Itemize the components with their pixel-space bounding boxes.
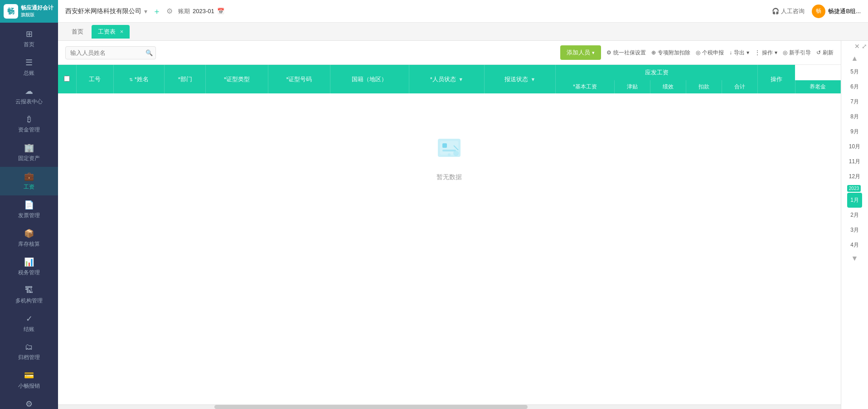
invoice-icon: 📄 (24, 200, 34, 210)
month-item-1[interactable]: 1月 (847, 193, 862, 208)
month-item-11[interactable]: 11月 (847, 154, 862, 169)
closing-icon: ✓ (26, 314, 33, 324)
content-area: 🔍 添加人员 ▾ ⚙ 统一社保设置 ⊕ 专项附加扣除 (58, 41, 868, 409)
ledger-icon: ☰ (25, 58, 33, 68)
close-panel-button[interactable]: ✕ (854, 43, 860, 50)
special-deduction-label: 专项附加扣除 (658, 49, 690, 57)
sidebar-label-general-ledger: 总账 (24, 69, 34, 77)
report-status-filter-icon[interactable]: ▼ (531, 77, 536, 82)
topbar-left: 西安虾米网络科技有限公司 ▾ ＋ ⚙ 账期 2023-01 📅 (65, 6, 224, 17)
toolbar-right: 添加人员 ▾ ⚙ 统一社保设置 ⊕ 专项附加扣除 ◎ 个税申报 (560, 45, 834, 60)
th-name: ⇅ *姓名 (114, 65, 165, 93)
sidebar-item-tax[interactable]: 📊 税务管理 (0, 253, 58, 281)
calendar-icon[interactable]: 📅 (217, 8, 224, 15)
month-prev-button[interactable]: ▲ (847, 53, 862, 64)
month-next-button[interactable]: ▼ (847, 253, 862, 264)
year-badge-2023: 2023 (847, 185, 861, 192)
sort-icon: ⇅ (129, 77, 133, 82)
toolbar-left: 🔍 (65, 46, 156, 59)
export-icon: ↓ (729, 49, 732, 56)
logo-icon: 畅 (4, 4, 18, 19)
tab-close-icon[interactable]: × (120, 28, 124, 35)
month-item-5[interactable]: 5月 (847, 64, 862, 79)
user-menu[interactable]: 畅 畅捷通B组... (812, 5, 861, 18)
sidebar-item-fixed-assets[interactable]: 🏢 固定资产 (0, 138, 58, 167)
sidebar-label-tax: 税务管理 (18, 269, 40, 277)
month-item-2[interactable]: 2月 (847, 208, 862, 223)
add-person-button[interactable]: 添加人员 ▾ (560, 45, 601, 60)
operation-button[interactable]: ⋮ 操作 ▾ (755, 49, 777, 57)
sidebar-label-cloud-report: 云报表中心 (15, 98, 43, 106)
company-settings-icon[interactable]: ⚙ (166, 7, 173, 15)
table-scrollbar[interactable] (58, 404, 841, 409)
select-all-checkbox[interactable] (64, 76, 70, 82)
guide-button[interactable]: ◎ 新手引导 (783, 49, 811, 57)
sidebar-item-general-ledger[interactable]: ☰ 总账 (0, 53, 58, 82)
th-ops: 操作 (758, 65, 795, 93)
scrollbar-thumb[interactable] (214, 405, 528, 409)
empty-icon (431, 130, 467, 166)
export-button[interactable]: ↓ 导出 ▾ (729, 49, 749, 57)
refresh-button[interactable]: ↺ 刷新 (816, 49, 834, 57)
sidebar-item-multi-org[interactable]: 🏗 多机构管理 (0, 281, 58, 309)
add-company-button[interactable]: ＋ (153, 6, 161, 17)
sidebar-label-payroll: 工资 (24, 183, 34, 191)
sidebar-label-home: 首页 (24, 41, 34, 49)
search-icon: 🔍 (145, 49, 153, 56)
special-deduction-button[interactable]: ⊕ 专项附加扣除 (651, 49, 690, 57)
sidebar-item-archive[interactable]: 🗂 归档管理 (0, 338, 58, 366)
th-report-status: 报送状态 ▼ (485, 65, 556, 93)
tax-icon: 📊 (24, 257, 34, 267)
sidebar-item-inventory[interactable]: 📦 库存核算 (0, 224, 58, 253)
month-item-9[interactable]: 9月 (847, 124, 862, 139)
add-person-chevron-icon: ▾ (592, 50, 595, 56)
inventory-icon: 📦 (24, 229, 34, 239)
month-item-3[interactable]: 3月 (847, 223, 862, 238)
month-picker-panel: ✕ ⤢ ▲ 5月 6月 7月 8月 9月 10月 11月 12月 2023 1月… (841, 41, 868, 409)
payroll-icon: 💼 (24, 171, 34, 181)
sidebar-item-cloud-report[interactable]: ☁ 云报表中心 (0, 82, 58, 110)
sidebar-item-invoice[interactable]: 📄 发票管理 (0, 195, 58, 224)
customer-service-button[interactable]: 🎧 人工咨询 (772, 7, 805, 15)
tab-home[interactable]: 首页 (65, 25, 90, 39)
th-dept: *部门 (164, 65, 205, 93)
main-content: 西安虾米网络科技有限公司 ▾ ＋ ⚙ 账期 2023-01 📅 🎧 人工咨询 畅… (58, 0, 868, 409)
month-item-6[interactable]: 6月 (847, 79, 862, 94)
sidebar-item-fund[interactable]: ₿ 资金管理 (0, 110, 58, 138)
expand-panel-button[interactable]: ⤢ (862, 43, 867, 50)
month-item-7[interactable]: 7月 (847, 94, 862, 109)
sidebar-item-payroll[interactable]: 💼 工资 (0, 167, 58, 195)
add-person-label: 添加人员 (567, 49, 590, 57)
social-security-button[interactable]: ⚙ 统一社保设置 (606, 49, 646, 57)
th-base-salary: *基本工资 (556, 80, 614, 93)
empty-state-cell: 暂无数据 (58, 93, 841, 218)
sidebar-item-home[interactable]: ⊞ 首页 (0, 24, 58, 53)
guide-icon: ◎ (783, 49, 787, 56)
headset-icon: 🎧 (772, 8, 779, 15)
sidebar-item-closing[interactable]: ✓ 结账 (0, 309, 58, 338)
month-item-12[interactable]: 12月 (847, 169, 862, 184)
svg-point-6 (448, 153, 451, 156)
sidebar-label-fixed-assets: 固定资产 (18, 155, 40, 162)
refresh-label: 刷新 (823, 49, 834, 57)
person-status-filter-icon[interactable]: ▼ (458, 77, 463, 82)
toolbar: 🔍 添加人员 ▾ ⚙ 统一社保设置 ⊕ 专项附加扣除 (58, 41, 841, 65)
month-item-8[interactable]: 8月 (847, 109, 862, 124)
personal-tax-button[interactable]: ◎ 个税申报 (696, 49, 724, 57)
sidebar-label-archive: 归档管理 (18, 354, 40, 361)
service-label: 人工咨询 (781, 7, 805, 15)
month-item-10[interactable]: 10月 (847, 139, 862, 154)
th-cert-type: *证型类型 (206, 65, 268, 93)
personal-tax-label: 个税申报 (702, 49, 724, 57)
tab-payroll-table[interactable]: 工资表 × (92, 25, 130, 39)
sidebar-item-expense[interactable]: 💳 小畅报销 (0, 366, 58, 394)
th-checkbox[interactable] (58, 65, 76, 93)
company-selector[interactable]: 西安虾米网络科技有限公司 ▾ (65, 7, 147, 15)
company-name: 西安虾米网络科技有限公司 (65, 7, 141, 15)
period-value: 2023-01 (193, 8, 214, 15)
fixed-assets-icon: 🏢 (24, 143, 34, 153)
month-item-4[interactable]: 4月 (847, 238, 862, 253)
search-input[interactable] (70, 49, 143, 56)
topbar-period: 账期 2023-01 📅 (178, 7, 224, 15)
sidebar-item-settings[interactable]: ⚙ 基础设置 (0, 394, 58, 409)
